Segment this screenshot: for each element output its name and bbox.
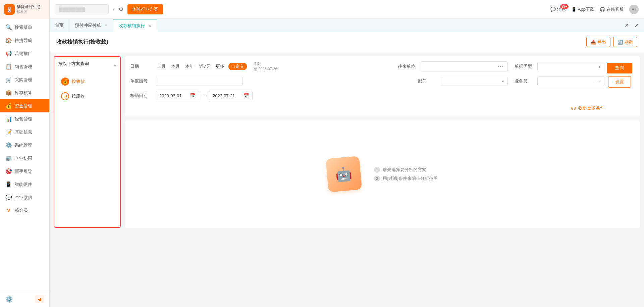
export-button[interactable]: 📤 导出	[586, 37, 610, 47]
cal-start-icon[interactable]: 📅	[190, 93, 196, 98]
member-icon: V	[5, 208, 12, 213]
app-download-link[interactable]: 📱 App下载	[571, 6, 594, 12]
tab-bar: 首页 预付冲应付单 ✕ 收款核销执行 ✕ ✕ ⤢	[50, 19, 644, 32]
sidebar-item-system[interactable]: ⚙️ 系统管理	[0, 139, 49, 152]
sidebar-item-sales[interactable]: 📋 销售管理	[0, 60, 49, 73]
page-title: 收款核销执行(按收款)	[56, 39, 108, 50]
sidebar-item-inventory[interactable]: 📦 库存核算	[0, 86, 49, 99]
staff-input[interactable]: ···	[537, 76, 604, 86]
tab-collection[interactable]: 收款核销执行 ✕	[113, 19, 157, 32]
filter-row-3: 核销日期 2023-03-01 📅 — 2023-07-21	[130, 91, 604, 100]
tab-close-all-icon[interactable]: ✕	[623, 21, 630, 30]
sidebar-item-hardware[interactable]: 📱 智能硬件	[0, 178, 49, 191]
date-shortcut-7days[interactable]: 近7天	[198, 63, 212, 70]
date-shortcut-more[interactable]: 更多	[214, 63, 226, 70]
page-header: 收款核销执行(按收款) 📤 导出 🔄 刷新	[50, 32, 644, 52]
tab-bar-actions: ✕ ⤢	[623, 21, 644, 30]
tab-collection-close[interactable]: ✕	[148, 23, 152, 28]
partner-dots-btn[interactable]: ···	[498, 63, 504, 69]
marketing-icon: 📢	[5, 50, 12, 57]
sidebar-item-basic-info[interactable]: 📝 基础信息	[0, 125, 49, 139]
sidebar-item-wechat[interactable]: 💬 企业微信	[0, 191, 49, 204]
app-edition: 标准版	[17, 10, 41, 14]
sidebar-item-marketing[interactable]: 📢 营销推广	[0, 47, 49, 60]
dept-label: 部门	[418, 78, 438, 84]
filter-actions-col: 查询 设置	[604, 61, 635, 111]
verification-end-value: 2023-07-21	[213, 93, 235, 98]
partner-input[interactable]: ···	[421, 61, 508, 71]
date-shortcuts: 上月 本月 本年 近7天 更多 自定义	[156, 63, 247, 70]
sidebar-item-label: 销售管理	[15, 64, 32, 70]
sidebar-item-label: 资金管理	[15, 103, 32, 109]
refresh-button[interactable]: 🔄 刷新	[613, 37, 637, 47]
cal-end-icon[interactable]: 📅	[243, 93, 249, 98]
date-shortcut-custom[interactable]: 自定义	[228, 63, 247, 70]
tab-home-label: 首页	[55, 22, 64, 29]
industry-solution-button[interactable]: 体验行业方案	[127, 4, 163, 14]
sidebar-item-label: 营销推广	[15, 51, 32, 57]
sidebar-item-label: 智能硬件	[15, 182, 32, 188]
dept-chevron: ▾	[502, 79, 504, 84]
tab-prepay[interactable]: 预付冲应付单 ✕	[69, 19, 113, 32]
empty-state: 🤖 1 请先选择要分析的方案 2 用[过滤]条件来缩小分析范围	[320, 137, 444, 211]
verification-date-label: 核销日期	[130, 93, 150, 99]
sales-icon: 📋	[5, 63, 12, 70]
sidebar-settings-icon[interactable]: ⚙️	[5, 296, 13, 303]
online-service-link[interactable]: 🎧 在线客服	[600, 6, 624, 12]
query-button[interactable]: 查询	[607, 63, 632, 73]
date-shortcut-this-month[interactable]: 本月	[170, 63, 181, 70]
message-button[interactable]: 💬 消息 99+	[550, 6, 566, 12]
empty-tips: 1 请先选择要分析的方案 2 用[过滤]条件来缩小分析范围	[374, 167, 437, 182]
header-left: ▓▓▓▓▓▓▓▓ ▾ ⚙ 体验行业方案	[55, 4, 163, 14]
empty-tip-1: 1 请先选择要分析的方案	[374, 167, 437, 173]
user-avatar[interactable]: Rit	[629, 5, 639, 14]
search-menu-icon: 🔍	[5, 24, 12, 31]
bill-type-select[interactable]: ▾	[537, 62, 604, 71]
sidebar-item-label: 新手引导	[15, 168, 32, 174]
sidebar-item-member[interactable]: V 畅会员	[0, 204, 49, 217]
date-shortcut-last-month[interactable]: 上月	[156, 63, 167, 70]
dept-select[interactable]: ▾	[441, 77, 508, 86]
tab-prepay-label: 预付冲应付单	[75, 22, 101, 29]
receipt-icon: 💰	[61, 78, 69, 86]
sidebar-item-quick-nav[interactable]: 🏠 快捷导航	[0, 34, 49, 47]
content-area: 按以下方案查询 » 💰 按收款 ⏱ 按应收	[50, 52, 644, 232]
sidebar-item-label: 经营管理	[15, 116, 32, 122]
sidebar-item-operations[interactable]: 📊 经营管理	[0, 112, 49, 125]
collapse-more-conditions-button[interactable]: ∧∧ 收起更多条件	[570, 105, 604, 111]
sidebar-item-guide[interactable]: 🎯 新手引导	[0, 165, 49, 178]
left-panel-collapse-icon[interactable]: »	[113, 63, 116, 68]
inventory-icon: 📦	[5, 90, 12, 96]
quick-nav-icon: 🏠	[5, 37, 12, 44]
tab-maximize-icon[interactable]: ⤢	[633, 21, 640, 30]
settings-button[interactable]: 设置	[608, 76, 631, 88]
header-gear-icon[interactable]: ⚙	[119, 6, 123, 12]
filter-more-row: ∧∧ 收起更多条件	[130, 105, 604, 111]
bill-type-chevron: ▾	[598, 64, 601, 69]
sidebar-item-search-menu[interactable]: 🔍 搜索菜单	[0, 21, 49, 34]
filter-form-container: 日期 上月 本月 本年 近7天 更多 自定义	[130, 61, 635, 111]
finance-icon: 💰	[5, 103, 12, 109]
sidebar-item-enterprise[interactable]: 🏢 企业协同	[0, 152, 49, 165]
sidebar-collapse-icon[interactable]: ◀	[35, 295, 44, 303]
date-no-limit-text: 不限	[254, 61, 277, 66]
filter-option-by-receipt[interactable]: 💰 按收款	[58, 74, 116, 89]
bill-no-input[interactable]	[156, 77, 243, 86]
tab-home[interactable]: 首页	[50, 19, 69, 32]
page-header-actions: 📤 导出 🔄 刷新	[586, 37, 637, 52]
app-logo-icon: 🐰	[4, 4, 15, 15]
message-icon: 💬	[550, 7, 556, 12]
sidebar-item-finance[interactable]: 💰 资金管理	[0, 99, 49, 112]
filter-form: 日期 上月 本月 本年 近7天 更多 自定义	[130, 61, 604, 111]
filter-option-by-receivable[interactable]: ⏱ 按应收	[58, 89, 116, 104]
date-shortcut-this-year[interactable]: 本年	[184, 63, 195, 70]
header-dropdown-chevron[interactable]: ▾	[113, 7, 115, 12]
verification-start-input[interactable]: 2023-03-01 📅	[156, 91, 199, 100]
staff-dots-btn[interactable]: ···	[594, 78, 601, 84]
collapse-icon: ∧∧	[570, 106, 577, 111]
tab-prepay-close[interactable]: ✕	[104, 23, 108, 28]
page-container: 收款核销执行(按收款) 📤 导出 🔄 刷新 按以下方案查询 »	[50, 32, 644, 307]
verification-end-input[interactable]: 2023-07-21 📅	[209, 91, 253, 100]
wechat-icon: 💬	[5, 194, 12, 201]
sidebar-item-purchase[interactable]: 🛒 采购管理	[0, 73, 49, 86]
